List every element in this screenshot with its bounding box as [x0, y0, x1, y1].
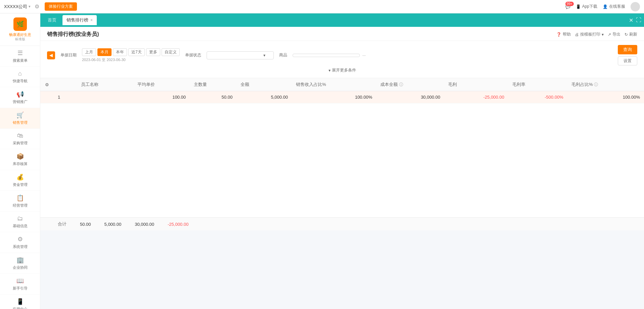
row-gross-rate: -500.00%	[508, 91, 567, 103]
col-header-sales-pct: 销售收入占比%	[292, 78, 376, 91]
row-cost: 30,000.00	[376, 91, 444, 103]
app-icon: 📱	[576, 4, 581, 9]
date-btn-7days[interactable]: 近7天	[128, 48, 145, 56]
table-row: 1 100.00 50.00 5,000.00 100.00% 30,000.0…	[40, 91, 644, 103]
expand-row: ▾ 展开更多条件	[47, 65, 637, 74]
table-footer: 合计 50.00 5,000.00 30,000.00 -25,000.00	[40, 217, 644, 230]
date-buttons: 上月 本月 本年 近7天 更多 自定义	[82, 48, 180, 56]
sidebar-item-apps[interactable]: 📱 应用中心	[0, 295, 40, 309]
table-container: ⚙ 员工名称 平均单价 主数量 全额 销售收入占比% 成本全额 ⓘ 毛利 毛利率…	[40, 78, 644, 103]
goods-filter-label: 商品	[279, 52, 287, 58]
goods-more-icon[interactable]: ···	[362, 53, 366, 58]
top-bar: XXXXX公司 ▾ ⚙ 体验行业方案 💬 99+ 📱 App下载 👤 在线客服	[0, 0, 644, 13]
tab-bar: 首页 销售排行榜 × ✕ ⛶	[40, 13, 644, 27]
message-button[interactable]: 💬 99+	[565, 4, 570, 9]
sidebar-item-basics[interactable]: 🗂 基础信息	[0, 212, 40, 232]
help-button[interactable]: ❓ 帮助	[556, 32, 571, 37]
sidebar-item-inventory[interactable]: 📦 库存核算	[0, 149, 40, 170]
filter-row-1: ◀ 单据日期 上月 本月 本年 近7天 更多 自定义 2023-06	[47, 45, 637, 65]
logo-text: 畅康通好生意	[9, 32, 31, 37]
company-selector[interactable]: XXXXX公司 ▾	[4, 4, 31, 10]
company-settings-icon[interactable]: ⚙	[35, 3, 39, 10]
date-btn-custom[interactable]: 自定义	[162, 48, 180, 56]
sidebar-item-finance[interactable]: 💰 资金管理	[0, 170, 40, 191]
top-bar-right: 💬 99+ 📱 App下载 👤 在线客服	[565, 2, 640, 11]
col-header-qty: 主数量	[190, 78, 237, 91]
sidebar-label-system: 系统管理	[13, 244, 28, 249]
sidebar-item-enterprise[interactable]: 🏢 企业协同	[0, 253, 40, 274]
online-service-button[interactable]: 👤 在线客服	[603, 4, 625, 9]
filter-collapse-button[interactable]: ◀	[47, 51, 55, 59]
row-avg-price: 100.00	[133, 91, 190, 103]
guide-icon: 📖	[16, 277, 24, 285]
finance-icon: 💰	[16, 173, 24, 181]
tab-active-label: 销售排行榜	[67, 17, 88, 23]
status-filter-label: 单据状态	[185, 52, 201, 58]
tab-maximize-icon[interactable]: ⛶	[636, 17, 641, 23]
date-btn-more[interactable]: 更多	[146, 48, 160, 56]
cost-help-icon[interactable]: ⓘ	[399, 82, 403, 87]
date-btn-current-month[interactable]: 本月	[97, 48, 112, 56]
sidebar-label-basics: 基础信息	[13, 223, 28, 228]
inventory-icon: 📦	[16, 153, 24, 160]
goods-filter-group: ···	[293, 53, 366, 58]
sidebar-label-sales: 销售管理	[13, 120, 28, 125]
settings-button[interactable]: 设置	[618, 56, 637, 65]
row-gross-pct: 100.00%	[567, 91, 644, 103]
status-chevron-icon: ▾	[263, 53, 265, 58]
sidebar-logo: 🌿 畅康通好生意 标准版	[0, 13, 40, 46]
status-select[interactable]: ▾	[207, 51, 274, 59]
sidebar-item-sales[interactable]: 🛒 销售管理	[0, 108, 40, 129]
trial-button[interactable]: 体验行业方案	[45, 2, 77, 11]
avatar[interactable]	[631, 2, 640, 11]
sidebar: 🌿 畅康通好生意 标准版 ☰ 搜索菜单 ⌂ 快捷导航 📢 营销推广 🛒 销售管理…	[0, 13, 40, 309]
date-btn-current-year[interactable]: 本年	[113, 48, 127, 56]
tab-sales-ranking[interactable]: 销售排行榜 ×	[62, 15, 97, 25]
page-actions: ❓ 帮助 🖨 按模板打印 ▾ ↗ 导出 ↻ 刷新	[556, 32, 637, 37]
row-employee	[77, 91, 133, 103]
sidebar-item-operations[interactable]: 📋 经营管理	[0, 191, 40, 212]
date-btn-last-month[interactable]: 上月	[82, 48, 96, 56]
date-filter-label: 单据日期	[60, 52, 77, 58]
sidebar-item-system[interactable]: ⚙ 系统管理	[0, 232, 40, 253]
sidebar-item-quick-nav[interactable]: ⌂ 快捷导航	[0, 67, 40, 87]
table-body: 1 100.00 50.00 5,000.00 100.00% 30,000.0…	[40, 91, 644, 103]
footer-gross: -25,000.00	[168, 222, 188, 227]
gross-pct-help-icon[interactable]: ⓘ	[594, 82, 598, 87]
sidebar-item-purchase[interactable]: 🛍 采购管理	[0, 129, 40, 149]
export-icon: ↗	[608, 32, 611, 37]
page-title: 销售排行榜(按业务员)	[47, 31, 99, 38]
refresh-button[interactable]: ↻ 刷新	[625, 32, 637, 37]
print-icon: 🖨	[575, 32, 579, 37]
expand-button[interactable]: ▾ 展开更多条件	[329, 67, 356, 73]
col-header-settings[interactable]: ⚙	[40, 78, 54, 91]
export-button[interactable]: ↗ 导出	[608, 32, 620, 37]
goods-input[interactable]	[293, 54, 360, 57]
sidebar-label-purchase: 采购管理	[13, 141, 28, 146]
sidebar-label-quick-nav: 快捷导航	[13, 79, 28, 84]
tab-close-window-icon[interactable]: ✕	[629, 17, 633, 23]
col-header-gross-rate: 毛利率	[508, 78, 567, 91]
row-gross: -25,000.00	[444, 91, 508, 103]
print-template-button[interactable]: 🖨 按模板打印 ▾	[575, 32, 604, 37]
inline-actions: 查询 设置	[618, 45, 637, 65]
message-badge: 99+	[565, 2, 574, 6]
online-service-label: 在线客服	[609, 4, 625, 9]
sidebar-item-marketing[interactable]: 📢 营销推广	[0, 87, 40, 108]
query-button[interactable]: 查询	[618, 45, 637, 54]
tab-close-icon[interactable]: ×	[90, 18, 93, 22]
app-download-label: App下载	[582, 4, 597, 9]
col-header-employee: 员工名称	[77, 78, 133, 91]
footer-qty: 50.00	[80, 222, 91, 227]
main-layout: 🌿 畅康通好生意 标准版 ☰ 搜索菜单 ⌂ 快捷导航 📢 营销推广 🛒 销售管理…	[0, 13, 644, 309]
sidebar-item-search-order[interactable]: ☰ 搜索菜单	[0, 46, 40, 67]
sidebar-label-operations: 经营管理	[13, 203, 28, 208]
app-download-button[interactable]: 📱 App下载	[576, 4, 597, 9]
company-name: XXXXX公司	[4, 4, 27, 10]
sidebar-item-guide[interactable]: 📖 新手引导	[0, 274, 40, 295]
search-order-icon: ☰	[17, 49, 23, 57]
footer-amount: 5,000.00	[104, 222, 122, 227]
tab-home[interactable]: 首页	[43, 15, 61, 25]
logo-sub: 标准版	[15, 37, 25, 42]
col-header-gross: 毛利	[444, 78, 508, 91]
